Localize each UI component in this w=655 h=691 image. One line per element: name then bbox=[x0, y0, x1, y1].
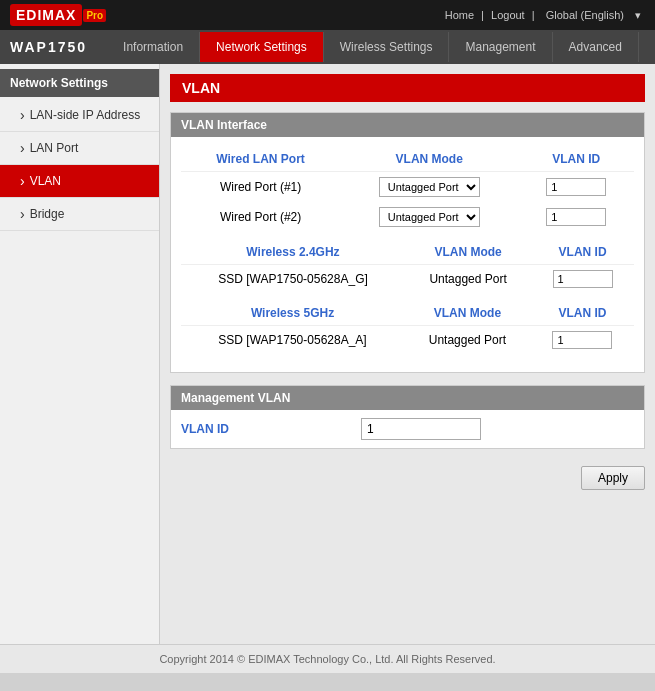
tab-network-settings[interactable]: Network Settings bbox=[200, 32, 324, 62]
nav-tabs: Information Network Settings Wireless Se… bbox=[107, 32, 645, 62]
w5-id-input[interactable] bbox=[552, 331, 612, 349]
sidebar-title: Network Settings bbox=[0, 69, 159, 97]
wired-port-2-id-input[interactable] bbox=[546, 208, 606, 226]
apply-row: Apply bbox=[170, 461, 645, 495]
vlan-interface-header: VLAN Interface bbox=[171, 113, 644, 137]
wired-port-2-mode[interactable]: Untagged Port Tagged Port bbox=[340, 202, 518, 232]
tab-advanced[interactable]: Advanced bbox=[553, 32, 639, 62]
w24-id-input[interactable] bbox=[553, 270, 613, 288]
model-bar: WAP1750 Information Network Settings Wir… bbox=[0, 30, 655, 64]
pro-badge: Pro bbox=[83, 9, 106, 22]
mgmt-vlan-label: VLAN ID bbox=[181, 422, 361, 436]
top-bar: EDIMAX Pro Home | Logout | Global (Engli… bbox=[0, 0, 655, 30]
w24-mode-header: VLAN Mode bbox=[405, 240, 531, 265]
w24-id-value[interactable] bbox=[531, 265, 634, 294]
mgmt-vlan-input[interactable] bbox=[361, 418, 481, 440]
logo-area: EDIMAX Pro bbox=[10, 4, 106, 26]
wired-port-1-id[interactable] bbox=[518, 172, 634, 203]
main-layout: Network Settings LAN-side IP Address LAN… bbox=[0, 64, 655, 644]
model-name: WAP1750 bbox=[10, 39, 87, 55]
tab-management[interactable]: Management bbox=[449, 32, 552, 62]
wired-mode-header: VLAN Mode bbox=[340, 147, 518, 172]
w24-mode-value: Untagged Port bbox=[405, 265, 531, 294]
wired-id-header: VLAN ID bbox=[518, 147, 634, 172]
wired-port-1-mode[interactable]: Untagged Port Tagged Port bbox=[340, 172, 518, 203]
w5-ssid-label: SSD [WAP1750-05628A_A] bbox=[181, 326, 404, 355]
wired-port-1-label: Wired Port (#1) bbox=[181, 172, 340, 203]
wired-port-2-id[interactable] bbox=[518, 202, 634, 232]
wired-port-2-select[interactable]: Untagged Port Tagged Port bbox=[379, 207, 480, 227]
wireless-5-vlan-table: Wireless 5GHz VLAN Mode VLAN ID SSD [WAP… bbox=[181, 301, 634, 354]
wired-port-header: Wired LAN Port bbox=[181, 147, 340, 172]
w5-id-header: VLAN ID bbox=[531, 301, 634, 326]
w5-mode-value: Untagged Port bbox=[404, 326, 531, 355]
table-row: SSD [WAP1750-05628A_G] Untagged Port bbox=[181, 265, 634, 294]
page-title: VLAN bbox=[170, 74, 645, 102]
logout-link[interactable]: Logout bbox=[491, 9, 525, 21]
management-vlan-section: Management VLAN VLAN ID bbox=[170, 385, 645, 449]
top-links: Home | Logout | Global (English) ▾ bbox=[445, 9, 645, 22]
wired-vlan-table: Wired LAN Port VLAN Mode VLAN ID Wired P… bbox=[181, 147, 634, 232]
mgmt-vlan-row: VLAN ID bbox=[171, 410, 644, 448]
w5-mode-header: VLAN Mode bbox=[404, 301, 531, 326]
table-row: Wired Port (#1) Untagged Port Tagged Por… bbox=[181, 172, 634, 203]
tab-information[interactable]: Information bbox=[107, 32, 200, 62]
management-vlan-header: Management VLAN bbox=[171, 386, 644, 410]
vlan-interface-section: VLAN Interface Wired LAN Port VLAN Mode … bbox=[170, 112, 645, 373]
sidebar-item-bridge[interactable]: Bridge bbox=[0, 198, 159, 231]
home-link[interactable]: Home bbox=[445, 9, 474, 21]
brand-logo: EDIMAX bbox=[10, 4, 82, 26]
wired-port-1-select[interactable]: Untagged Port Tagged Port bbox=[379, 177, 480, 197]
table-row: SSD [WAP1750-05628A_A] Untagged Port bbox=[181, 326, 634, 355]
tab-wireless-settings[interactable]: Wireless Settings bbox=[324, 32, 450, 62]
w5-port-header: Wireless 5GHz bbox=[181, 301, 404, 326]
content-area: VLAN VLAN Interface Wired LAN Port VLAN … bbox=[160, 64, 655, 644]
wireless-24-vlan-table: Wireless 2.4GHz VLAN Mode VLAN ID SSD [W… bbox=[181, 240, 634, 293]
w5-id-value[interactable] bbox=[531, 326, 634, 355]
w24-id-header: VLAN ID bbox=[531, 240, 634, 265]
footer-text: Copyright 2014 © EDIMAX Technology Co., … bbox=[159, 653, 495, 665]
sidebar-item-vlan[interactable]: VLAN bbox=[0, 165, 159, 198]
table-row: Wired Port (#2) Untagged Port Tagged Por… bbox=[181, 202, 634, 232]
sidebar: Network Settings LAN-side IP Address LAN… bbox=[0, 64, 160, 644]
sidebar-item-lan-port[interactable]: LAN Port bbox=[0, 132, 159, 165]
vlan-interface-body: Wired LAN Port VLAN Mode VLAN ID Wired P… bbox=[171, 137, 644, 372]
language-selector[interactable]: Global (English) bbox=[546, 9, 624, 21]
footer: Copyright 2014 © EDIMAX Technology Co., … bbox=[0, 644, 655, 673]
wired-port-1-id-input[interactable] bbox=[546, 178, 606, 196]
wired-port-2-label: Wired Port (#2) bbox=[181, 202, 340, 232]
dropdown-icon: ▾ bbox=[635, 9, 641, 21]
sidebar-item-lan-ip[interactable]: LAN-side IP Address bbox=[0, 99, 159, 132]
w24-port-header: Wireless 2.4GHz bbox=[181, 240, 405, 265]
apply-button[interactable]: Apply bbox=[581, 466, 645, 490]
w24-ssid-label: SSD [WAP1750-05628A_G] bbox=[181, 265, 405, 294]
